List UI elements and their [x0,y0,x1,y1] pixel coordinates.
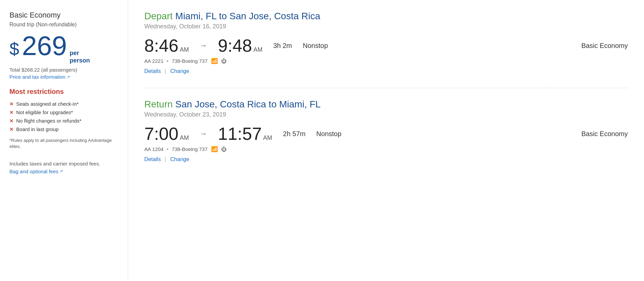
dot-separator-2: ■ [167,148,169,151]
arrow-icon: → [200,41,207,50]
x-icon-1: ✕ [9,101,13,107]
restriction-item-4: ✕ Board in last group [9,125,118,133]
right-panel: Depart Miami, FL to San Jose, Costa Rica… [128,0,644,281]
tax-info-link-label: Price and tax information [9,74,65,80]
restriction-item-2: ✕ Not eligible for upgrades* [9,108,118,117]
restriction-text-1: Seats assigned at check-in* [16,101,79,107]
return-depart-time-block: 7:00 AM [144,125,189,143]
depart-flight-number: AA 2221 [144,58,164,64]
return-date: Wednesday, October 23, 2019 [144,111,628,118]
dot-separator-1: ■ [167,59,169,62]
return-depart-ampm: AM [180,134,189,142]
depart-aircraft: 738-Boeing 737 [172,58,208,64]
restrictions-heading: Most restrictions [9,88,118,96]
depart-fare-class: Basic Economy [581,42,628,50]
arrive-time: 9:48 [218,37,252,54]
restriction-item-1: ✕ Seats assigned at check-in* [9,100,118,108]
round-trip-label: Round trip (Non-refundable) [9,22,118,28]
return-change-link[interactable]: Change [170,156,189,162]
depart-title: Depart Miami, FL to San Jose, Costa Rica [144,11,628,22]
arrive-ampm: AM [253,46,262,53]
restrictions-list: ✕ Seats assigned at check-in* ✕ Not elig… [9,100,118,133]
return-details-row: AA 1204 ■ 738-Boeing 737 📶 ⏻ [144,146,628,152]
return-word: Return [144,99,173,109]
depart-time: 8:46 [144,37,178,54]
per-person-line1: per [69,50,79,56]
left-panel: Basic Economy Round trip (Non-refundable… [0,0,128,281]
restriction-item-3: ✕ No flight changes or refunds* [9,117,118,125]
return-section: Return San Jose, Costa Rica to Miami, FL… [144,99,628,162]
return-duration: 2h 57m [283,130,305,138]
return-arrive-time-block: 11:57 AM [218,125,272,143]
depart-details-row: AA 2221 ■ 738-Boeing 737 📶 ⏻ [144,58,628,64]
restrictions-note: *Rules apply to all passengers including… [9,137,118,150]
return-aircraft: 738-Boeing 737 [172,146,208,152]
depart-duration: 3h 2m [273,42,292,50]
power-icon-return: ⏻ [221,146,227,152]
return-arrive-ampm: AM [263,134,272,142]
depart-header: Depart Miami, FL to San Jose, Costa Rica… [144,11,628,30]
return-arrow-icon: → [200,129,207,138]
price-dollar-sign: $ [9,40,19,58]
action-separator-2: | [165,156,166,162]
x-icon-4: ✕ [9,127,13,132]
return-times-row: 7:00 AM → 11:57 AM 2h 57m Nonstop Basic … [144,125,628,143]
per-person-line2: person [69,57,90,64]
return-nonstop: Nonstop [316,130,350,138]
restriction-text-2: Not eligible for upgrades* [16,109,73,115]
return-title: Return San Jose, Costa Rica to Miami, FL [144,99,628,110]
depart-nonstop: Nonstop [303,42,336,50]
return-details-link[interactable]: Details [144,156,161,162]
restriction-text-3: No flight changes or refunds* [16,118,81,124]
fare-type-title: Basic Economy [9,11,118,20]
price-amount: 269 [22,32,67,59]
return-header: Return San Jose, Costa Rica to Miami, FL… [144,99,628,118]
per-person-label: per person [69,50,90,64]
power-icon-depart: ⏻ [221,58,227,64]
return-fare-class: Basic Economy [581,130,628,138]
includes-text: Includes taxes and carrier imposed fees. [9,161,118,167]
x-icon-2: ✕ [9,110,13,115]
return-route: San Jose, Costa Rica to Miami, FL [175,99,321,109]
return-depart-time: 7:00 [144,125,178,143]
depart-actions: Details | Change [144,68,628,74]
return-flight-number: AA 1204 [144,146,164,152]
depart-details-link[interactable]: Details [144,68,161,74]
depart-date: Wednesday, October 16, 2019 [144,23,628,30]
depart-times-row: 8:46 AM → 9:48 AM 3h 2m Nonstop Basic Ec… [144,37,628,54]
bag-fees-link-label: Bag and optional fees [9,169,58,174]
return-actions: Details | Change [144,156,628,162]
tax-info-link[interactable]: Price and tax information ↗ [9,74,118,80]
external-link-icon: ↗ [67,75,70,79]
bag-fees-link[interactable]: Bag and optional fees ↗ [9,169,118,174]
return-arrive-time: 11:57 [218,125,262,143]
total-price: Total $268.22 (all passengers) [9,67,118,73]
price-row: $ 269 per person [9,32,118,64]
section-divider [144,88,628,88]
wifi-icon-depart: 📶 [211,58,218,64]
restriction-text-4: Board in last group [16,126,59,132]
action-separator-1: | [165,68,166,74]
depart-section: Depart Miami, FL to San Jose, Costa Rica… [144,11,628,74]
depart-word: Depart [144,11,173,21]
wifi-icon-return: 📶 [211,146,218,152]
bag-external-link-icon: ↗ [60,169,63,174]
arrive-time-block: 9:48 AM [218,37,262,54]
depart-route: Miami, FL to San Jose, Costa Rica [175,11,320,21]
depart-change-link[interactable]: Change [170,68,189,74]
depart-time-block: 8:46 AM [144,37,189,54]
depart-ampm: AM [180,46,189,53]
x-icon-3: ✕ [9,118,13,124]
